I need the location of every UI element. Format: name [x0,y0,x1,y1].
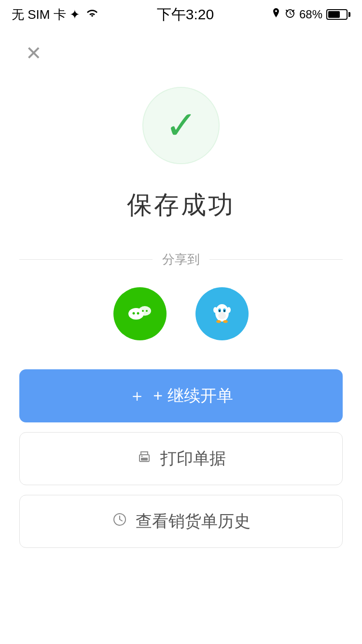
print-button[interactable]: 打印单据 [19,432,343,485]
clock-icon [111,511,128,532]
svg-point-6 [146,310,148,312]
history-button-label: 查看销货单历史 [136,510,251,532]
share-divider-row: 分享到 [19,251,343,268]
svg-rect-19 [141,458,148,461]
plus-icon: ＋ [129,385,145,407]
svg-point-4 [137,312,139,315]
svg-point-3 [133,312,135,315]
svg-point-10 [219,310,221,312]
no-sim-label: 无 SIM 卡 ✦ [12,6,80,23]
share-icons-row [19,287,343,340]
success-title: 保存成功 [127,188,235,222]
battery-percent: 68% [299,8,322,21]
wechat-share-button[interactable] [113,287,167,340]
success-circle: ✓ [142,87,220,164]
qq-share-button[interactable] [195,287,249,340]
checkmark-icon: ✓ [165,106,197,145]
close-button[interactable]: ✕ [19,39,48,68]
share-label: 分享到 [162,251,200,268]
close-icon: ✕ [26,43,42,63]
svg-point-16 [213,307,217,313]
print-button-label: 打印单据 [160,448,226,470]
battery-icon [326,9,350,20]
history-button[interactable]: 查看销货单历史 [19,495,343,548]
svg-point-17 [227,307,231,313]
wifi-icon [85,7,99,22]
right-divider [209,259,343,260]
continue-button[interactable]: ＋ + 继续开单 [19,369,343,422]
location-icon [271,8,281,21]
status-right: 68% [271,8,350,21]
continue-button-label: + 继续开单 [153,385,233,407]
left-divider [19,259,153,260]
alarm-icon [285,8,295,21]
action-buttons: ＋ + 继续开单 打印单据 查看销货单历 [19,369,343,548]
wechat-icon [125,298,155,329]
status-bar: 无 SIM 卡 ✦ 下午3:20 68% [0,0,362,29]
svg-point-13 [218,312,226,319]
svg-point-11 [224,310,225,312]
svg-point-2 [139,306,151,316]
main-content: ✕ ✓ 保存成功 分享到 [0,29,362,644]
status-left: 无 SIM 卡 ✦ [12,6,99,23]
qq-icon [207,298,237,329]
status-time: 下午3:20 [157,5,214,25]
svg-point-15 [223,320,228,323]
svg-point-14 [216,320,221,323]
share-section: 分享到 [19,251,343,340]
svg-point-5 [142,310,144,312]
svg-rect-20 [141,456,143,457]
printer-icon [136,448,153,469]
